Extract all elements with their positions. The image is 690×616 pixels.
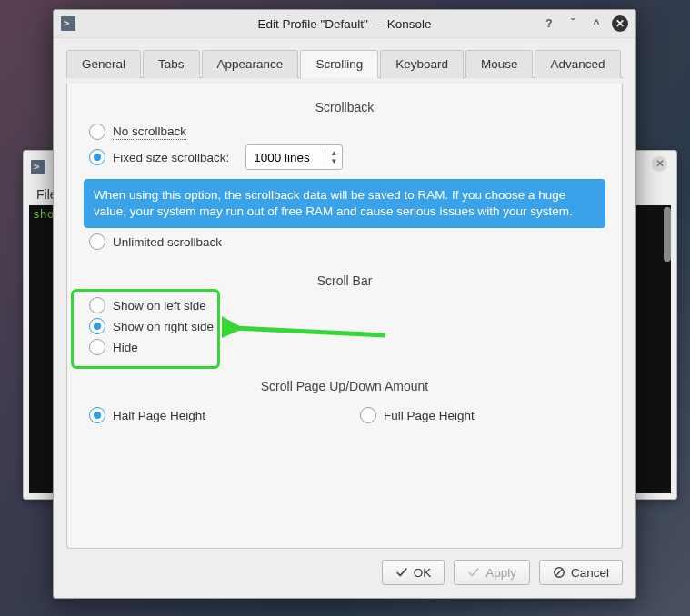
terminal-scrollbar[interactable] xyxy=(664,207,671,262)
radio-icon xyxy=(360,407,376,423)
scrollback-unlimited-radio[interactable]: Unlimited scrollback xyxy=(89,233,605,250)
scrollbar-left-label: Show on left side xyxy=(113,299,206,313)
ok-button[interactable]: OK xyxy=(382,560,445,585)
radio-icon xyxy=(89,149,105,165)
scrollback-none-label: No scrollback xyxy=(113,124,186,140)
radio-icon xyxy=(89,124,105,140)
apply-button[interactable]: Apply xyxy=(454,560,530,585)
radio-icon xyxy=(89,407,105,423)
shade-button[interactable]: ˇ xyxy=(565,15,581,32)
konsole-close-button[interactable]: ✕ xyxy=(652,156,667,172)
ok-label: OK xyxy=(414,566,432,580)
scrollback-fixed-radio[interactable]: Fixed size scrollback: ▲▼ xyxy=(89,144,605,170)
page-half-label: Half Page Height xyxy=(113,409,205,422)
scrollback-fixed-label: Fixed size scrollback: xyxy=(113,151,229,164)
scrollbar-right-radio[interactable]: Show on right side xyxy=(89,318,605,334)
radio-icon xyxy=(89,233,105,250)
page-full-radio[interactable]: Full Page Height xyxy=(360,407,475,423)
page-amount-heading: Scroll Page Up/Down Amount xyxy=(84,379,605,393)
cancel-button[interactable]: Cancel xyxy=(539,560,623,585)
scrollback-lines-spinbox[interactable]: ▲▼ xyxy=(245,144,343,170)
tab-general[interactable]: General xyxy=(66,50,141,78)
spin-buttons[interactable]: ▲▼ xyxy=(325,149,342,165)
scrollbar-heading: Scroll Bar xyxy=(84,273,605,288)
scrollback-none-radio[interactable]: No scrollback xyxy=(89,124,605,140)
svg-line-2 xyxy=(555,570,562,576)
apply-label: Apply xyxy=(485,566,516,580)
tab-tabs[interactable]: Tabs xyxy=(143,50,200,78)
scrollback-unlimited-label: Unlimited scrollback xyxy=(113,235,222,249)
help-button[interactable]: ? xyxy=(541,15,557,32)
edit-profile-dialog: Edit Profile "Default" — Konsole ? ˇ ^ ✕… xyxy=(53,9,636,599)
tab-bar: General Tabs Appearance Scrolling Keyboa… xyxy=(66,49,623,78)
check-icon xyxy=(467,566,480,579)
scrolling-tab-content: Scrollback No scrollback Fixed size scro… xyxy=(66,84,623,549)
tab-keyboard[interactable]: Keyboard xyxy=(380,50,464,78)
cancel-icon xyxy=(553,566,565,579)
scrollbar-hide-radio[interactable]: Hide xyxy=(89,339,605,355)
tab-advanced[interactable]: Advanced xyxy=(535,50,620,78)
dialog-titlebar[interactable]: Edit Profile "Default" — Konsole ? ˇ ^ ✕ xyxy=(54,10,635,38)
scrollback-info: When using this option, the scrollback d… xyxy=(84,179,605,228)
page-half-radio[interactable]: Half Page Height xyxy=(89,407,205,423)
dialog-button-row: OK Apply Cancel xyxy=(54,549,635,598)
page-full-label: Full Page Height xyxy=(384,409,475,422)
cancel-label: Cancel xyxy=(571,566,609,580)
tab-scrolling[interactable]: Scrolling xyxy=(300,50,378,78)
tab-mouse[interactable]: Mouse xyxy=(465,50,534,78)
window-controls: ? ˇ ^ ✕ xyxy=(541,15,628,32)
menu-button[interactable]: ^ xyxy=(588,15,605,32)
scrollbar-left-radio[interactable]: Show on left side xyxy=(89,297,605,313)
scrollbar-hide-label: Hide xyxy=(113,341,138,354)
close-button[interactable]: ✕ xyxy=(612,15,628,32)
check-icon xyxy=(395,566,408,579)
scrollback-heading: Scrollback xyxy=(84,100,605,114)
terminal-icon xyxy=(61,16,75,31)
scrollback-lines-input[interactable] xyxy=(246,146,325,168)
tab-appearance[interactable]: Appearance xyxy=(202,50,299,78)
terminal-icon xyxy=(31,160,45,174)
radio-icon xyxy=(89,297,105,313)
radio-icon xyxy=(89,339,105,355)
radio-icon xyxy=(89,318,105,334)
scrollbar-right-label: Show on right side xyxy=(113,320,214,333)
